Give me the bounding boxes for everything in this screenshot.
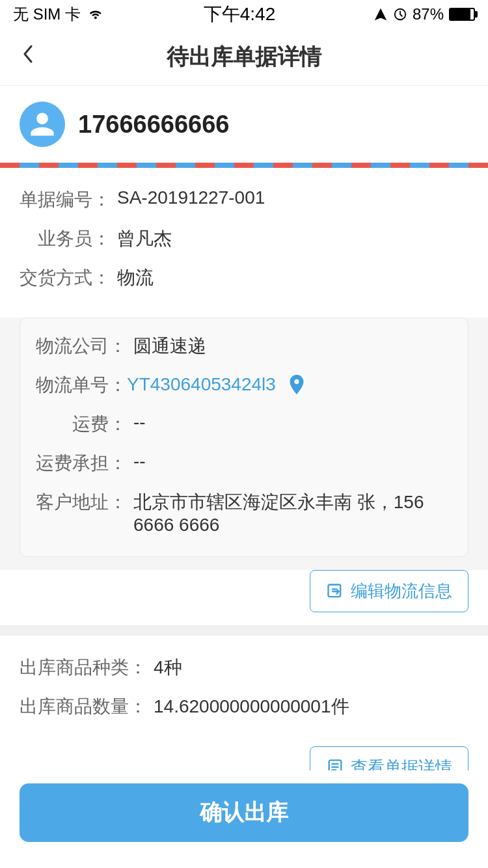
order-no-label: 单据编号：: [20, 187, 111, 212]
logistics-company-row: 物流公司： 圆通速递: [36, 334, 452, 359]
customer-header: 17666666666: [0, 86, 488, 163]
freight-bearer-row: 运费承担： --: [36, 451, 452, 476]
logistics-company-label: 物流公司：: [36, 334, 127, 359]
customer-phone: 17666666666: [78, 111, 229, 139]
logistics-tracking-label: 物流单号：: [36, 373, 127, 398]
dashed-divider: [0, 163, 488, 168]
status-bar-left: 无 SIM 卡: [13, 4, 105, 25]
battery-icon: [449, 8, 475, 21]
status-bar-right: 87%: [373, 5, 475, 23]
back-button[interactable]: [20, 40, 38, 74]
goods-types-label: 出库商品种类：: [20, 655, 147, 680]
gray-divider-1: [0, 625, 488, 636]
staff-row: 业务员： 曾凡杰: [20, 226, 468, 251]
carrier-text: 无 SIM 卡: [13, 4, 81, 25]
logistics-tracking-row: 物流单号： YT43064053424l3: [36, 373, 452, 398]
status-bar: 无 SIM 卡 下午4:42 87%: [0, 0, 488, 29]
status-bar-time: 下午4:42: [204, 2, 276, 27]
freight-value: --: [133, 412, 452, 433]
nav-bar: 待出库单据详情: [0, 29, 488, 86]
address-label: 客户地址：: [36, 490, 127, 515]
goods-section: 出库商品种类： 4种 出库商品数量： 14.620000000000001件: [0, 636, 488, 746]
tracking-number: YT43064053424l3: [127, 374, 276, 395]
confirm-outbound-button[interactable]: 确认出库: [20, 783, 468, 842]
battery-percent: 87%: [413, 5, 444, 23]
user-icon: [28, 110, 57, 139]
confirm-btn-label: 确认出库: [200, 798, 288, 828]
logistics-company-value: 圆通速递: [133, 334, 452, 359]
clock-icon: [393, 7, 407, 21]
order-no-value: SA-20191227-001: [117, 187, 468, 208]
delivery-value: 物流: [117, 265, 468, 290]
goods-types-value: 4种: [154, 655, 182, 680]
order-no-row: 单据编号： SA-20191227-001: [20, 187, 468, 212]
address-row: 客户地址： 北京市市辖区海淀区永丰南 张，156 6666 6666: [36, 490, 452, 536]
freight-bearer-label: 运费承担：: [36, 451, 127, 476]
delivery-row: 交货方式： 物流: [20, 265, 468, 290]
edit-icon: [326, 582, 344, 601]
delivery-label: 交货方式：: [20, 265, 111, 290]
wifi-icon: [87, 8, 105, 21]
freight-label: 运费：: [36, 412, 127, 437]
staff-value: 曾凡杰: [117, 226, 468, 251]
tracking-row: YT43064053424l3: [127, 373, 308, 396]
confirm-btn-wrapper: 确认出库: [0, 770, 488, 868]
logistics-card: 物流公司： 圆通速递 物流单号： YT43064053424l3 运费： -- …: [20, 318, 468, 557]
goods-quantity-row: 出库商品数量： 14.620000000000001件: [20, 694, 468, 719]
address-value: 北京市市辖区海淀区永丰南 张，156 6666 6666: [133, 490, 452, 536]
location-pin-icon[interactable]: [285, 373, 308, 396]
goods-types-row: 出库商品种类： 4种: [20, 655, 468, 680]
freight-row: 运费： --: [36, 412, 452, 437]
freight-bearer-value: --: [133, 451, 452, 472]
edit-logistics-button[interactable]: 编辑物流信息: [310, 570, 468, 612]
goods-quantity-value: 14.620000000000001件: [154, 694, 349, 719]
goods-quantity-label: 出库商品数量：: [20, 694, 147, 719]
staff-label: 业务员：: [20, 226, 111, 251]
location-arrow-icon: [373, 7, 388, 21]
avatar: [20, 102, 65, 147]
edit-btn-row: 编辑物流信息: [0, 570, 488, 625]
page-title: 待出库单据详情: [167, 42, 321, 72]
edit-btn-label: 编辑物流信息: [351, 580, 452, 603]
order-info-section: 单据编号： SA-20191227-001 业务员： 曾凡杰 交货方式： 物流: [0, 168, 488, 318]
